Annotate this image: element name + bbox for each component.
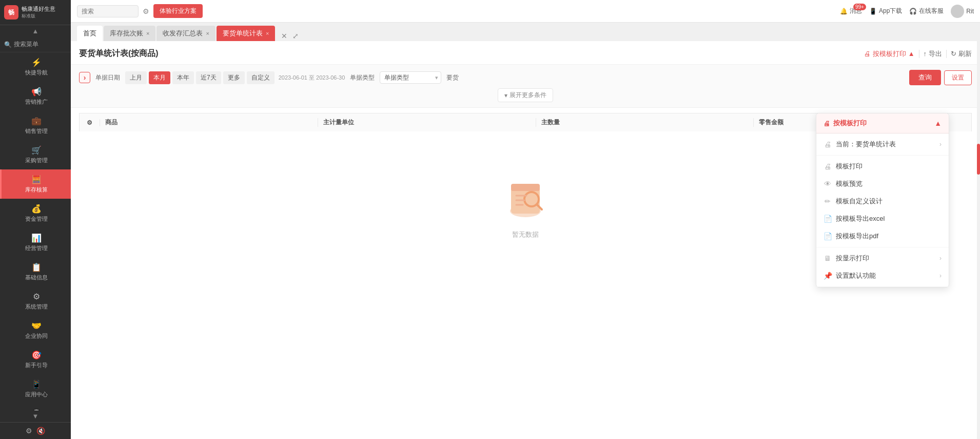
topbar-right: 🔔 消息 99+ 📱 App下载 🎧 在线客服 Rit	[840, 5, 974, 18]
btn-last-month[interactable]: 上月	[125, 71, 147, 84]
sidebar-item-operations[interactable]: 📊 经营管理	[0, 228, 71, 257]
date-filter-label: 单据日期	[95, 73, 120, 82]
sidebar-nav: ⚡ 快捷导航 📢 营销推广 💼 销售管理 🛒 采购管理 🧮 库存核算 💰 资金管…	[0, 52, 71, 410]
sidebar-item-app-center[interactable]: 📱 应用中心	[0, 374, 71, 404]
dropdown-collapse-icon[interactable]: ▲	[934, 119, 942, 127]
tab-home[interactable]: 首页	[77, 26, 103, 41]
sidebar-item-system[interactable]: ⚙ 系统管理	[0, 287, 71, 316]
filter-more-row: ▾ 展开更多条件	[79, 88, 972, 102]
sidebar-item-guide[interactable]: 🎯 新手引导	[0, 345, 71, 374]
user-area[interactable]: Rit	[951, 5, 974, 18]
dropdown-current-template[interactable]: 🖨 当前：要货单统计表 ›	[816, 136, 949, 153]
dropdown-item-template-custom[interactable]: ✏ 模板自定义设计	[816, 193, 949, 210]
order-type-select[interactable]: 单据类型 要货单	[380, 71, 441, 84]
notification-badge: 99+	[853, 4, 866, 10]
sidebar-item-inventory[interactable]: 🧮 库存核算	[0, 169, 71, 199]
tab-inventory-batch[interactable]: 库存批次账 ×	[104, 26, 155, 41]
settings-icon[interactable]: ⚙	[26, 427, 32, 435]
export-btn[interactable]: ↑ 导出	[924, 49, 943, 59]
expand-more-btn[interactable]: ▾ 展开更多条件	[498, 88, 553, 102]
date-group: 上月 本月 本年 近7天 更多 自定义 2023-06-01 至 2023-06…	[125, 71, 345, 84]
btn-last-7-days[interactable]: 近7天	[196, 71, 221, 84]
sidebar-item-basic-info[interactable]: 📋 基础信息	[0, 257, 71, 287]
headset-icon: 🎧	[909, 8, 917, 15]
dropdown-item-template-preview[interactable]: 👁 模板预览	[816, 175, 949, 193]
order-type-label: 单据类型	[350, 73, 375, 82]
basic-info-icon: 📋	[31, 262, 42, 272]
filter-expand-btn[interactable]: ›	[79, 72, 90, 83]
th-unit: 主计量单位	[318, 118, 536, 127]
dropdown-item-export-pdf[interactable]: 📄 按模板导出pdf	[816, 227, 949, 245]
query-btn[interactable]: 查询	[909, 70, 941, 85]
search-menu[interactable]: 🔍 搜索菜单	[0, 37, 71, 52]
current-template-left: 🖨 当前：要货单统计表	[824, 140, 896, 149]
trial-btn[interactable]: 体验行业方案	[153, 4, 203, 18]
tab-order-summary[interactable]: 要货单统计表 ×	[217, 26, 275, 41]
display-print-label: 按显示打印	[836, 254, 869, 263]
sidebar-item-purchase[interactable]: 🛒 采购管理	[0, 140, 71, 169]
online-service-label: 在线客服	[919, 7, 944, 15]
close-win-btn[interactable]: ✕	[280, 31, 288, 41]
sidebar-item-label: 企业协同	[25, 332, 48, 340]
app-download-btn[interactable]: 📱 App下载	[869, 7, 902, 15]
tab-receivables-close[interactable]: ×	[206, 30, 209, 36]
sidebar-item-sales[interactable]: 💼 销售管理	[0, 111, 71, 140]
quick-nav-icon: ⚡	[31, 58, 42, 67]
dropdown-item-export-excel[interactable]: 📄 按模板导出excel	[816, 210, 949, 227]
top-search-input[interactable]	[77, 5, 139, 17]
sidebar-item-label: 经营管理	[25, 244, 48, 252]
tab-inventory-batch-close[interactable]: ×	[146, 30, 149, 36]
sidebar-item-enterprise-wechat[interactable]: 💬 企业微信	[0, 404, 71, 410]
sidebar-item-quick-nav[interactable]: ⚡ 快捷导航	[0, 52, 71, 82]
divider-1	[919, 50, 919, 58]
system-icon: ⚙	[33, 292, 40, 301]
export-pdf-label: 按模板导出pdf	[836, 232, 878, 241]
dropdown-item-template-print[interactable]: 🖨 模板打印	[816, 158, 949, 175]
current-template-label: 当前：要货单统计表	[836, 140, 896, 149]
date-range-display: 2023-06-01 至 2023-06-30	[279, 74, 345, 82]
phone-icon: 📱	[869, 8, 877, 15]
sidebar-item-label: 快捷导航	[25, 69, 48, 77]
export-pdf-icon: 📄	[824, 232, 832, 240]
win-controls: ✕ ⤢	[280, 31, 300, 41]
dropdown-set-default[interactable]: 📌 设置默认功能 ›	[816, 267, 949, 284]
btn-current-year[interactable]: 本年	[172, 71, 194, 84]
tab-receivables[interactable]: 收发存汇总表 ×	[156, 26, 215, 41]
sidebar-scroll-down[interactable]: ▼	[0, 410, 71, 422]
btn-more[interactable]: 更多	[223, 71, 245, 84]
yh-label: 要货	[446, 73, 459, 82]
th-goods: 商品	[100, 118, 318, 127]
template-custom-icon: ✏	[824, 197, 832, 205]
export-icon: ↑	[924, 50, 927, 58]
app-name: 畅康通好生意	[22, 5, 55, 12]
online-service-btn[interactable]: 🎧 在线客服	[909, 7, 944, 15]
print-btn[interactable]: 🖨 按模板打印 ▲	[864, 49, 915, 59]
sidebar-item-enterprise[interactable]: 🤝 企业协同	[0, 316, 71, 345]
dropdown-header[interactable]: 🖨 按模板打印 ▲	[816, 113, 949, 133]
page-title: 要货单统计表(按商品)	[79, 48, 159, 59]
set-default-icon: 📌	[824, 272, 832, 280]
sidebar-item-finance[interactable]: 💰 资金管理	[0, 199, 71, 228]
refresh-btn[interactable]: ↻ 刷新	[951, 49, 972, 59]
chevron-right-icon-3: ›	[939, 272, 942, 279]
maximize-win-btn[interactable]: ⤢	[291, 31, 300, 41]
bell-icon: 🔔	[840, 8, 848, 15]
notification-btn[interactable]: 🔔 消息 99+	[840, 7, 862, 15]
topbar-gear-icon[interactable]: ⚙	[143, 7, 149, 15]
settings-btn[interactable]: 设置	[944, 70, 972, 85]
sidebar-scroll-up[interactable]: ▲	[0, 25, 71, 37]
btn-custom[interactable]: 自定义	[247, 71, 275, 84]
th-settings[interactable]: ⚙	[80, 119, 100, 126]
sidebar-item-label: 库存核算	[25, 186, 48, 194]
refresh-icon: ↻	[951, 50, 956, 58]
app-logo: 畅 畅康通好生意 标准版	[0, 0, 71, 25]
sidebar-item-marketing[interactable]: 📢 营销推广	[0, 82, 71, 111]
right-scrollbar[interactable]	[977, 41, 980, 439]
tab-order-summary-close[interactable]: ×	[266, 30, 269, 36]
print-label: 按模板打印	[873, 49, 906, 59]
dropdown-display-print[interactable]: 🖥 按显示打印 ›	[816, 250, 949, 267]
speaker-icon[interactable]: 🔇	[36, 427, 45, 435]
order-type-select-wrap: 单据类型 要货单	[380, 71, 441, 84]
btn-current-month[interactable]: 本月	[149, 71, 170, 84]
template-print-label: 模板打印	[836, 162, 863, 171]
